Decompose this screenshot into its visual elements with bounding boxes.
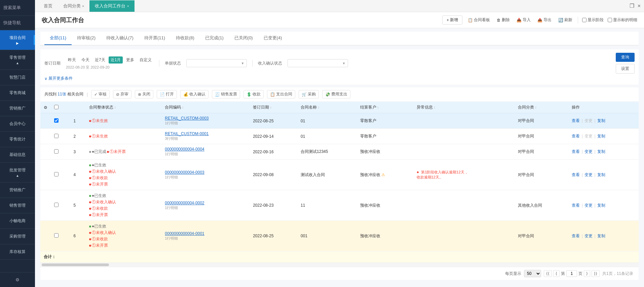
row-checkbox[interactable] <box>54 118 59 123</box>
contract-code-link[interactable]: RETAIL_CUSTOM-0003 <box>165 116 209 121</box>
last1month-btn[interactable]: 近1月 <box>109 56 123 64</box>
collect-button[interactable]: 💲 收款 <box>243 90 264 98</box>
audit-button[interactable]: ✓ 审核 <box>91 90 110 98</box>
change-button[interactable]: 变更 <box>584 234 593 238</box>
filter-tab-all[interactable]: 全部(11) <box>44 32 72 45</box>
contract-code-link[interactable]: 0000000000004-0001 <box>165 231 204 236</box>
view-button[interactable]: 查看 <box>572 134 580 138</box>
window-close-icon[interactable]: × <box>638 3 641 9</box>
first-page-button[interactable]: ⟨⟨ <box>544 270 552 277</box>
row-checkbox[interactable] <box>54 203 59 207</box>
show-fields-checkbox[interactable]: 显示阶段 <box>582 17 604 23</box>
horizontal-scrollbar[interactable] <box>40 263 639 267</box>
contract-code-link[interactable]: 0000000000004-0003 <box>165 170 204 175</box>
view-button[interactable]: 查看 <box>572 118 580 123</box>
view-button[interactable]: 查看 <box>572 234 580 238</box>
sidebar-item-retail-stats[interactable]: 零售统计 <box>0 132 35 147</box>
today-btn[interactable]: 今天 <box>79 56 91 64</box>
copy-button[interactable]: 复制 <box>597 149 605 154</box>
purchase-button[interactable]: 🛒 采购 <box>299 90 319 98</box>
show-details-input[interactable] <box>608 18 612 22</box>
sidebar-item-purchase-mgmt[interactable]: 采购管理 <box>0 229 35 244</box>
row-checkbox[interactable] <box>54 233 59 238</box>
gear-cell[interactable] <box>40 190 51 221</box>
sidebar-item-retail-management[interactable]: 零售管理 ▲ <box>0 50 35 70</box>
gear-cell[interactable] <box>40 160 51 190</box>
copy-button[interactable]: 复制 <box>597 172 605 177</box>
filter-tab-pending-invoice[interactable]: 待开票(11) <box>139 32 171 45</box>
window-restore-icon[interactable]: ❐ <box>630 3 634 9</box>
sidebar-item-smart-store[interactable]: 智慧门店 <box>0 70 35 85</box>
checkbox-cell[interactable] <box>51 190 70 221</box>
contract-code-link[interactable]: RETAIL_CUSTOM-0001 <box>165 131 209 136</box>
print-button[interactable]: 📄 打开 <box>157 90 177 98</box>
filter-tab-pending-payment[interactable]: 待收款(8) <box>171 32 200 45</box>
copy-button[interactable]: 复制 <box>597 234 605 238</box>
filter-tab-completed[interactable]: 已完成(1) <box>200 32 229 45</box>
sidebar-search[interactable]: 搜索菜单 <box>0 0 35 16</box>
sidebar-item-basic-info[interactable]: 基础信息 <box>0 147 35 163</box>
sidebar-item-member-center[interactable]: 会员中心 <box>0 116 35 132</box>
page-number-input[interactable] <box>566 270 577 277</box>
tab-income-contract[interactable]: 收入合同工作台 × <box>89 0 134 12</box>
contract-name-column[interactable]: 合同名称 <box>297 102 357 113</box>
show-fields-input[interactable] <box>582 18 586 22</box>
more-btn[interactable]: 更多 <box>124 56 136 64</box>
sidebar-item-project-contract[interactable]: 项目合同 ▶ <box>0 30 35 50</box>
scroll-thumb[interactable] <box>42 263 109 266</box>
query-button[interactable]: 查询 <box>616 53 635 62</box>
contract-code-column[interactable]: 合同编码 <box>161 102 250 113</box>
doc-status-select[interactable] <box>186 59 247 67</box>
view-button[interactable]: 查看 <box>572 149 580 154</box>
row-checkbox[interactable] <box>54 149 59 154</box>
expand-conditions-btn[interactable]: ∨ 展开更多条件 <box>44 76 635 81</box>
gear-cell[interactable] <box>40 144 51 160</box>
checkbox-cell[interactable] <box>51 221 70 251</box>
gear-cell[interactable] <box>40 221 51 251</box>
yesterday-btn[interactable]: 昨天 <box>66 56 78 64</box>
sidebar-quick-nav[interactable]: 快捷导航 <box>0 16 35 30</box>
kanban-button[interactable]: 📋 合同看板 <box>466 16 491 24</box>
copy-button[interactable]: 复制 <box>597 134 605 138</box>
checkbox-cell[interactable] <box>51 129 70 144</box>
sidebar-item-xiaochangec[interactable]: 小畅电商 <box>0 213 35 229</box>
contract-code-link[interactable]: 0000000000004-0004 <box>165 147 204 152</box>
close-icon[interactable]: × <box>82 4 84 8</box>
filter-tab-changed[interactable]: 已变更(4) <box>258 32 288 45</box>
copy-button[interactable]: 复制 <box>597 203 605 208</box>
abandon-button[interactable]: ⊘ 弃审 <box>113 90 131 98</box>
prev-page-button[interactable]: ⟨ <box>553 270 560 277</box>
sidebar-item-marketing[interactable]: 营销推广 <box>0 101 35 116</box>
row-checkbox[interactable] <box>54 172 59 176</box>
sidebar-item-marketing2[interactable]: 营销推广 <box>0 182 35 198</box>
tab-contract-category[interactable]: 合同分类 × <box>58 0 89 12</box>
settings-button[interactable]: 设置 <box>616 64 635 74</box>
filter-tab-pending-income[interactable]: 待收入确认(7) <box>101 32 139 45</box>
gear-column[interactable]: ⚙ <box>40 102 51 113</box>
copy-button[interactable]: 复制 <box>597 118 605 123</box>
exception-info-column[interactable]: 异常信息 <box>413 102 515 113</box>
income-status-select[interactable] <box>288 59 348 67</box>
sidebar-item-wholesale-mgmt[interactable]: 批发管理 ▲ <box>0 163 35 182</box>
sidebar-item-retail-commerce[interactable]: 零售商城 <box>0 85 35 101</box>
close-contract-button[interactable]: ⊗ 关闭 <box>135 90 153 98</box>
checkbox-column[interactable] <box>51 102 70 113</box>
gear-cell[interactable] <box>40 113 51 129</box>
show-details-checkbox[interactable]: 显示标的明细 <box>608 17 637 23</box>
sidebar-item-sales-mgmt[interactable]: 销售管理 <box>0 198 35 213</box>
tab-home[interactable]: 首页 <box>38 0 58 12</box>
view-button[interactable]: 查看 <box>572 203 580 208</box>
custom-btn[interactable]: 自定义 <box>138 56 154 64</box>
checkbox-cell[interactable] <box>51 113 70 129</box>
import-button[interactable]: 📥 导入 <box>515 16 532 24</box>
sales-invoice-button[interactable]: 🧾 销售发票 <box>212 90 240 98</box>
refresh-button[interactable]: 🔄 刷新 <box>557 16 574 24</box>
expense-button[interactable]: 💸 费用支出 <box>322 90 350 98</box>
settlement-customer-column[interactable]: 结算客户 <box>357 102 413 113</box>
select-all-checkbox[interactable] <box>54 105 59 109</box>
export-button[interactable]: 📤 导出 <box>536 16 553 24</box>
last-page-button[interactable]: ⟩⟩ <box>592 270 600 277</box>
row-checkbox[interactable] <box>54 134 59 138</box>
view-button[interactable]: 查看 <box>572 172 580 177</box>
checkbox-cell[interactable] <box>51 144 70 160</box>
